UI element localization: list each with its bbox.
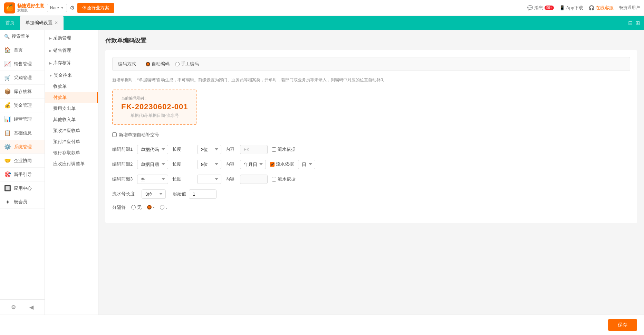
sec-item-other-income[interactable]: 其他收入单 [45, 114, 98, 125]
message-button[interactable]: 💬 消息 99+ [527, 5, 554, 11]
content-area: 付款单编码设置 编码方式 自动编码 手工编码 新增单据时，*单据编码*自动生成 [98, 30, 644, 315]
sidebar-item-finance[interactable]: 💰 资金管理 [0, 99, 45, 112]
prefix-row-1: 编码前缀1 单据代码 长度 2位 内容 流水依据 [112, 145, 630, 154]
trial-button[interactable]: 体验行业方案 [77, 3, 114, 13]
sep-dot-label: . [166, 205, 167, 210]
app-download-button[interactable]: 📱 App下载 [559, 5, 583, 11]
auto-code-label: 自动编码 [152, 61, 170, 67]
start-value-label: 起始值 [173, 191, 186, 197]
tab-close-icon[interactable]: ✕ [55, 20, 58, 25]
sidebar-label-finance: 资金管理 [14, 102, 32, 109]
sec-item-adjustment[interactable]: 应收应付调整单 [45, 158, 98, 169]
auto-code-radio[interactable] [146, 62, 150, 66]
sep-none-option[interactable]: 无 [131, 204, 142, 211]
sec-item-pre-receive[interactable]: 预收冲应收单 [45, 125, 98, 136]
stream-3-checkbox[interactable] [272, 177, 276, 182]
logo-text: 畅捷通好生意 旗舰版 [17, 3, 44, 13]
content-2-label: 内容 [225, 161, 234, 167]
stream-1-checkbox[interactable] [272, 147, 276, 152]
sidebar-item-operations[interactable]: 📊 经营管理 [0, 112, 45, 126]
length-2-select[interactable]: 8位 [197, 160, 221, 169]
search-menu-button[interactable]: 🔍 搜索菜单 [0, 30, 45, 43]
manual-code-option[interactable]: 手工编码 [175, 61, 199, 67]
sec-item-adjustment-label: 应收应付调整单 [53, 161, 85, 166]
content-2-select[interactable]: 年月日 [240, 160, 266, 169]
chevron-right-icon3: ▶ [49, 61, 52, 65]
sec-group-inventory-header[interactable]: ▶ 库存核算 [45, 57, 98, 68]
appstore-icon: 🔲 [4, 185, 11, 192]
sec-item-receipt[interactable]: 收款单 [45, 81, 98, 92]
sidebar-item-guide[interactable]: 🎯 新手引导 [0, 168, 45, 182]
save-button[interactable]: 保存 [608, 319, 637, 331]
sidebar-item-purchase[interactable]: 🛒 采购管理 [0, 71, 45, 85]
start-value-row: 起始值 [173, 189, 217, 199]
sidebar-label-basics: 基础信息 [14, 130, 32, 136]
day-select[interactable]: 日 [298, 160, 315, 169]
sidebar-item-basics[interactable]: 📋 基础信息 [0, 126, 45, 140]
online-service-button[interactable]: 🎧 在线客服 [589, 5, 614, 11]
sep-dash-option[interactable]: - [147, 205, 154, 210]
operations-icon: 📊 [4, 116, 11, 122]
tab-home[interactable]: 首页 [0, 16, 20, 30]
purchase-icon: 🛒 [4, 74, 11, 81]
sec-group-purchase-label: 采购管理 [53, 35, 71, 41]
prefix-2-select[interactable]: 单据日期 [137, 160, 168, 169]
company-dropdown[interactable]: Nare ▼ [47, 4, 67, 12]
sidebar-label-home: 首页 [14, 47, 23, 53]
sec-group-sales-label: 销售管理 [53, 47, 71, 54]
start-value-input[interactable] [189, 189, 217, 199]
sidebar-item-sales[interactable]: 📈 销售管理 [0, 57, 45, 71]
serial-length-select[interactable]: 3位 [142, 189, 166, 199]
tab-expand-area: ⊟ ⊞ [628, 20, 644, 26]
logo-icon: 🍊 [4, 2, 15, 13]
sec-item-bank-deposit[interactable]: 银行存取款单 [45, 147, 98, 158]
length-1-select[interactable]: 2位 [197, 145, 221, 154]
bottom-bar: 保存 [0, 315, 644, 335]
sidebar-item-home[interactable]: 🏠 首页 [0, 43, 45, 57]
preview-box: 当前编码示例： FK-20230602-001 单据代码-单据日期-流水号 [112, 90, 197, 125]
expand-icon[interactable]: ⊞ [635, 20, 640, 26]
company-name: Nare [50, 6, 59, 10]
sep-none-label: 无 [137, 204, 142, 211]
sec-group-purchase-header[interactable]: ▶ 采购管理 [45, 32, 98, 44]
sec-item-expense[interactable]: 费用支出单 [45, 103, 98, 114]
prefix-row-3: 编码前缀3 空 长度 内容 流水依据 [112, 175, 630, 184]
page-title: 付款单编码设置 [105, 37, 637, 45]
sep-dot-option[interactable]: . [160, 205, 167, 210]
length-3-select[interactable] [197, 175, 221, 184]
search-menu-label: 搜索菜单 [12, 33, 30, 39]
sep-none-radio[interactable] [131, 205, 136, 210]
sidebar-item-appstore[interactable]: 🔲 应用中心 [0, 182, 45, 195]
sec-group-sales: ▶ 销售管理 [45, 45, 98, 56]
sidebar-item-system[interactable]: ⚙️ 系统管理 [0, 140, 45, 154]
tab-encoding-settings[interactable]: 单据编码设置 ✕ [20, 16, 64, 30]
sidebar-item-enterprise[interactable]: 🤝 企业协同 [0, 154, 45, 168]
settings-footer-icon[interactable]: ⚙ [11, 304, 16, 310]
sidebar-item-inventory[interactable]: 📦 库存核算 [0, 85, 45, 99]
auto-fill-label: 新增单据自动补空号 [119, 132, 159, 138]
search-icon: 🔍 [4, 34, 10, 39]
sec-item-payment[interactable]: 付款单 [45, 92, 98, 103]
sec-group-sales-header[interactable]: ▶ 销售管理 [45, 45, 98, 56]
stream-2-checkbox[interactable] [270, 162, 275, 167]
sidebar-item-member[interactable]: ♦ 畅会员 [0, 195, 45, 209]
message-badge: 99+ [545, 6, 554, 10]
manual-code-radio[interactable] [175, 62, 180, 66]
description-text: 新增单据时，*单据编码*自动生成，不可编辑。前缀设置为部门、业务员等档案类，开单… [112, 76, 630, 84]
sec-item-expense-label: 费用支出单 [53, 106, 76, 111]
prefix-3-select[interactable]: 空 [137, 175, 168, 184]
sep-dash-radio[interactable] [147, 205, 152, 210]
sep-dot-radio[interactable] [160, 205, 164, 210]
auto-code-option[interactable]: 自动编码 [146, 61, 170, 67]
minimize-icon[interactable]: ⊟ [628, 20, 633, 26]
auto-fill-checkbox[interactable] [112, 132, 117, 137]
user-info[interactable]: 畅捷通用户 [619, 5, 640, 11]
sec-item-pre-pay[interactable]: 预付冲应付单 [45, 136, 98, 147]
service-icon: 🎧 [589, 5, 594, 10]
sec-group-capital-header[interactable]: ▼ 资金往来 [45, 70, 98, 81]
collapse-icon[interactable]: ◀ [29, 304, 33, 310]
prefix-1-select[interactable]: 单据代码 [137, 145, 168, 154]
sidebar-label-purchase: 采购管理 [14, 75, 32, 81]
gear-icon[interactable]: ⚙ [70, 4, 75, 11]
secondary-sidebar: ▶ 采购管理 ▶ 销售管理 ▶ 库存核算 ▼ 资金往来 收款单 [45, 30, 98, 315]
